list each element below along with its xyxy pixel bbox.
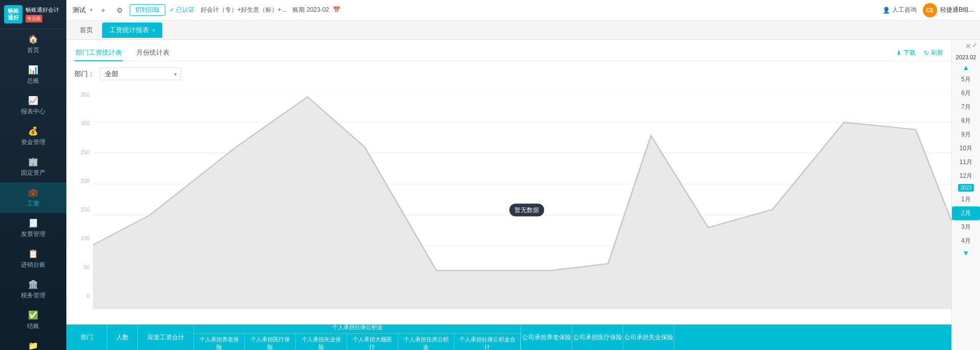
assets-icon: 🏢 [28, 157, 38, 167]
app-logo-text: 畅账通好会计 专业版 [26, 6, 59, 22]
download-button[interactable]: ⬇ 下载 [896, 49, 916, 57]
sidebar-logo: 畅账通好 畅账通好会计 专业版 [0, 0, 66, 29]
col-personal-pension: 个人承担养老保险 [194, 334, 245, 350]
month-8[interactable]: 8月 [952, 114, 980, 128]
main-area: 测试 ▾ + ⚙ 切到旧版 ✓ 已认证 好会计（专）+好生意（标）+... 账期… [66, 0, 980, 350]
sidebar-item-label: 资金管理 [21, 138, 45, 147]
right-panel: ✕ ⤢ 2023.02 ▲ 5月 6月 7月 8月 9月 10月 11月 12月… [951, 40, 980, 350]
sidebar-item-ledger[interactable]: 📊 总账 [0, 60, 66, 90]
y-label-300: 300 [75, 120, 90, 126]
sidebar-item-label: 固定资产 [21, 169, 45, 177]
topbar-switch-button[interactable]: 切到旧版 [130, 4, 165, 16]
area-chart [93, 91, 951, 309]
sidebar-item-label: 总账 [27, 77, 39, 85]
topbar-add-button[interactable]: + [97, 4, 109, 16]
col-personal-total: 个人承担社保公积金合计 [454, 334, 521, 350]
year-badge-2023[interactable]: 2023 [958, 184, 973, 192]
month-1[interactable]: 1月 [952, 193, 980, 206]
y-label-350: 350 [75, 91, 90, 98]
sidebar-item-salary[interactable]: 💼 工资 [0, 182, 66, 213]
sidebar-item-archive[interactable]: 📁 归档管理 [0, 336, 66, 350]
col-company-pension: 公司承担养老保险 [521, 324, 572, 350]
col-personal-unemployment: 个人承担失业保险 [296, 334, 347, 350]
tab-close-button[interactable]: × [152, 27, 155, 33]
sidebar-item-reports[interactable]: 📈 报表中心 [0, 90, 66, 121]
col-group-personal: 个人承担社保公积金 个人承担养老保险 个人承担医疗保险 个人承担失业保险 个人承… [194, 321, 521, 350]
scroll-up-button[interactable]: ▲ [962, 62, 971, 73]
tax-icon: 🏛️ [28, 279, 38, 289]
sidebar-item-label: 首页 [27, 46, 39, 55]
month-2-active[interactable]: 2月 [952, 206, 980, 220]
subtab-dept[interactable]: 部门工资统计表 [75, 45, 123, 61]
y-label-0: 0 [75, 293, 90, 299]
month-9[interactable]: 9月 [952, 128, 980, 142]
sidebar-item-funds[interactable]: 💰 资金管理 [0, 121, 66, 152]
scroll-down-button[interactable]: ▼ [962, 248, 971, 258]
chart-area: 350 300 250 200 150 100 50 0 [66, 86, 951, 324]
calendar-icon[interactable]: 📅 [333, 6, 340, 13]
help-icon: 👤 [883, 7, 890, 14]
y-label-50: 50 [75, 264, 90, 270]
download-icon: ⬇ [896, 50, 901, 57]
expand-button[interactable]: ⤢ [972, 42, 977, 50]
topbar-dropdown-arrow[interactable]: ▾ [90, 7, 93, 13]
topbar-tag-info: 好会计（专）+好生意（标）+... [201, 6, 286, 14]
sidebar-item-close-account[interactable]: ✅ 结账 [0, 305, 66, 336]
sidebar-item-tax[interactable]: 🏛️ 税务管理 [0, 274, 66, 305]
col-count: 人数 [107, 324, 138, 350]
dept-select[interactable]: 全部 行政部 财务部 销售部 技术部 [100, 67, 181, 80]
col-company-medical: 公司承担医疗保险 [572, 324, 623, 350]
col-company-unemployment: 公司承担失业保险 [623, 324, 674, 350]
month-6[interactable]: 6月 [952, 86, 980, 100]
topbar-right: 👤 人工咨询 CE 轻捷通B组... [883, 3, 974, 17]
month-3[interactable]: 3月 [952, 220, 980, 234]
month-7[interactable]: 7月 [952, 100, 980, 114]
sidebar-item-assets[interactable]: 🏢 固定资产 [0, 152, 66, 182]
y-label-200: 200 [75, 178, 90, 184]
right-panel-close-button[interactable]: ✕ [965, 42, 971, 50]
col-personal-medical: 个人承担医疗保险 [245, 334, 296, 350]
sidebar-item-label: 税务管理 [21, 291, 45, 300]
sidebar: 畅账通好 畅账通好会计 专业版 🏠 首页 📊 总账 📈 报表中心 💰 资金管理 … [0, 0, 66, 350]
topbar-settings-button[interactable]: ⚙ [113, 4, 126, 16]
sidebar-item-trading[interactable]: 📋 进销台账 [0, 244, 66, 274]
close-account-icon: ✅ [28, 310, 38, 320]
trading-icon: 📋 [28, 249, 38, 259]
tab-home[interactable]: 首页 [72, 22, 100, 38]
content-main: 部门工资统计表 月份统计表 ⬇ 下载 ↻ 刷新 部门： [66, 40, 951, 350]
month-4[interactable]: 4月 [952, 234, 980, 248]
filter-bar: 部门： 全部 行政部 财务部 销售部 技术部 ▾ [66, 61, 951, 86]
user-name: 轻捷通B组... [940, 6, 974, 14]
sidebar-item-label: 结账 [27, 322, 39, 331]
topbar-title: 测试 [72, 6, 86, 15]
sidebar-nav: 🏠 首页 📊 总账 📈 报表中心 💰 资金管理 🏢 固定资产 💼 工资 🧾 发票… [0, 29, 66, 350]
table-header-row: 部门 人数 应发工资合计 个人承担社保公积金 个人承担养老保险 个人承担医疗保险… [66, 324, 951, 350]
app-logo-icon: 畅账通好 [4, 5, 22, 24]
topbar-tags: ✓ 已认证 好会计（专）+好生意（标）+... 账期 2023-02 📅 [169, 6, 878, 14]
refresh-button[interactable]: ↻ 刷新 [924, 49, 943, 57]
tab-salary-report[interactable]: 工资统计报表 × [102, 22, 162, 38]
col-personal-major-medical: 个人承担大额医疗 [347, 334, 398, 350]
sidebar-item-home[interactable]: 🏠 首页 [0, 29, 66, 60]
subtab-monthly[interactable]: 月份统计表 [135, 45, 170, 61]
month-10[interactable]: 10月 [952, 142, 980, 155]
sidebar-item-label: 工资 [27, 199, 39, 208]
right-panel-year-label[interactable]: 2023.02 [952, 52, 980, 62]
help-button[interactable]: 👤 人工咨询 [883, 6, 917, 14]
sidebar-item-invoice[interactable]: 🧾 发票管理 [0, 213, 66, 244]
month-12[interactable]: 12月 [952, 169, 980, 183]
sidebar-item-label: 报表中心 [21, 107, 45, 116]
sidebar-item-label: 发票管理 [21, 230, 45, 239]
subtabs-actions: ⬇ 下载 ↻ 刷新 [896, 49, 943, 57]
refresh-icon: ↻ [924, 50, 929, 57]
user-menu[interactable]: CE 轻捷通B组... [923, 3, 974, 17]
month-11[interactable]: 11月 [952, 155, 980, 169]
topbar-period: 账期 2023-02 📅 [292, 6, 340, 14]
month-5[interactable]: 5月 [952, 73, 980, 86]
home-icon: 🏠 [28, 34, 38, 44]
invoice-icon: 🧾 [28, 218, 38, 228]
sidebar-item-label: 进销台账 [21, 261, 45, 269]
user-avatar: CE [923, 3, 937, 17]
dept-select-wrapper: 全部 行政部 财务部 销售部 技术部 ▾ [100, 67, 181, 80]
ledger-icon: 📊 [28, 65, 38, 75]
